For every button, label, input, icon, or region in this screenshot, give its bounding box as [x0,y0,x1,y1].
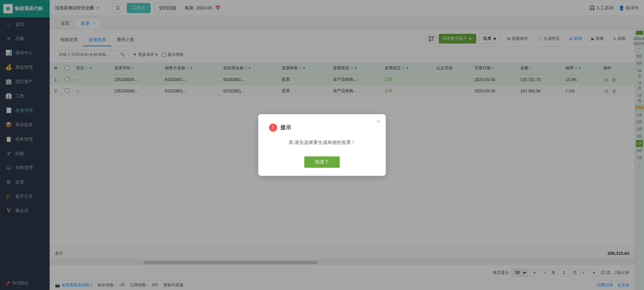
modal-confirm-button[interactable]: 知道了 [304,156,340,168]
modal-title-text: 提示 [280,124,291,131]
modal-overlay: × ! 提示 亲,请先选择要生成单据的发票！ 知道了 [0,0,644,290]
modal-footer: 知道了 [269,156,375,168]
modal-message: 亲,请先选择要生成单据的发票！ [269,137,375,148]
modal-dialog: × ! 提示 亲,请先选择要生成单据的发票！ 知道了 [258,114,386,176]
modal-title: ! 提示 [269,124,375,132]
modal-close-button[interactable]: × [377,118,380,125]
modal-warning-icon: ! [269,124,277,132]
modal-message-text: 亲,请先选择要生成单据的发票！ [288,140,356,145]
